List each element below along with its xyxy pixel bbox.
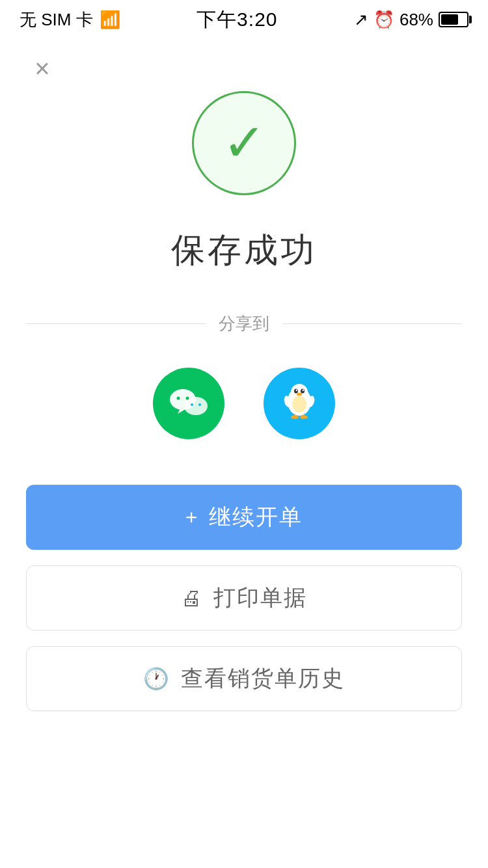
- wifi-icon: 📶: [100, 10, 120, 30]
- plus-icon: +: [185, 506, 199, 530]
- share-label: 分享到: [219, 312, 269, 335]
- history-icon: 🕐: [143, 666, 170, 691]
- svg-point-15: [291, 415, 299, 419]
- svg-point-9: [294, 389, 298, 394]
- checkmark-icon: ✓: [223, 117, 266, 169]
- share-icons: [26, 368, 462, 439]
- status-left: 无 SIM 卡 📶: [20, 8, 120, 31]
- svg-point-3: [186, 397, 189, 400]
- status-right: ↗ ⏰ 68%: [354, 10, 468, 30]
- alarm-icon: ⏰: [373, 10, 394, 30]
- svg-point-16: [300, 415, 308, 419]
- continue-order-button[interactable]: + 继续开单: [26, 485, 462, 550]
- continue-order-label: 继续开单: [209, 502, 303, 532]
- battery-percent: 68%: [400, 10, 433, 30]
- wechat-icon: [169, 387, 209, 420]
- success-title: 保存成功: [171, 228, 317, 273]
- wechat-share-button[interactable]: [153, 368, 224, 439]
- svg-point-10: [301, 389, 305, 394]
- qq-share-button[interactable]: [264, 368, 335, 439]
- main-content: ✓ 保存成功 分享到: [0, 39, 488, 711]
- close-button[interactable]: ×: [26, 52, 59, 85]
- location-icon: ↗: [354, 10, 368, 30]
- print-label: 打印单据: [213, 583, 307, 613]
- battery-fill: [441, 14, 458, 25]
- status-bar: 无 SIM 卡 📶 下午3:20 ↗ ⏰ 68%: [0, 0, 488, 39]
- status-time: 下午3:20: [197, 7, 277, 33]
- svg-point-14: [292, 396, 306, 413]
- success-circle: ✓: [192, 91, 296, 195]
- svg-point-13: [297, 393, 302, 396]
- history-label: 查看销货单历史: [181, 664, 345, 694]
- svg-point-12: [303, 389, 304, 391]
- share-divider: 分享到: [26, 312, 462, 335]
- action-buttons: + 继续开单 🖨 打印单据 🕐 查看销货单历史: [0, 485, 488, 711]
- print-button[interactable]: 🖨 打印单据: [26, 565, 462, 631]
- qq-icon: [282, 383, 317, 424]
- sim-label: 无 SIM 卡: [20, 8, 93, 31]
- printer-icon: 🖨: [181, 586, 203, 610]
- svg-point-4: [191, 403, 193, 406]
- share-section: 分享到: [0, 312, 488, 439]
- svg-point-2: [177, 397, 180, 400]
- history-button[interactable]: 🕐 查看销货单历史: [26, 646, 462, 711]
- svg-point-11: [296, 389, 297, 391]
- battery-bar: [439, 12, 468, 27]
- svg-point-5: [198, 403, 201, 406]
- close-icon: ×: [34, 55, 49, 81]
